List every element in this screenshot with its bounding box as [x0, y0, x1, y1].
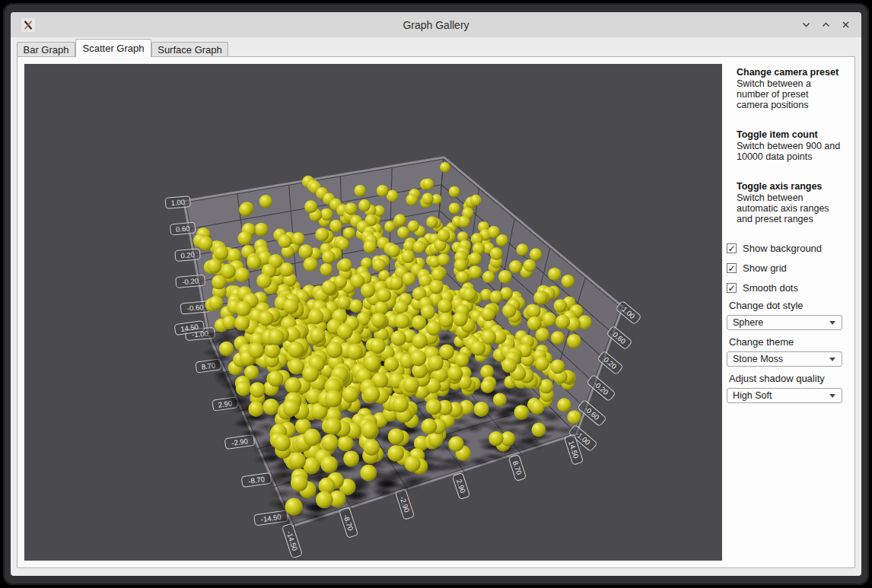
- dot-style-value: Sphere: [733, 317, 829, 328]
- checkbox-label: Smooth dots: [743, 282, 798, 294]
- svg-text:-0.20: -0.20: [182, 276, 199, 286]
- checkbox-show-grid[interactable]: ✓ Show grid: [727, 262, 787, 274]
- section-desc: and preset ranges: [737, 214, 813, 224]
- section-heading-axis-ranges: Toggle axis ranges: [737, 181, 822, 192]
- window-title: Graph Gallery: [11, 19, 861, 31]
- section-desc: 10000 data points: [737, 151, 812, 162]
- maximize-button[interactable]: [819, 18, 832, 32]
- chevron-up-icon: [820, 19, 832, 30]
- theme-select[interactable]: Stone Moss: [727, 351, 842, 367]
- svg-text:0.20: 0.20: [180, 250, 195, 260]
- shadow-quality-label: Adjust shadow quality: [729, 373, 825, 384]
- dropdown-arrow-icon: [829, 358, 835, 361]
- dropdown-arrow-icon: [829, 321, 835, 325]
- section-desc: number of preset: [737, 89, 809, 100]
- section-heading-item-count: Toggle item count: [737, 129, 818, 140]
- checkbox-smooth-dots[interactable]: ✓ Smooth dots: [727, 282, 798, 294]
- dot-style-select[interactable]: Sphere: [727, 315, 842, 330]
- svg-text:-0.60: -0.60: [186, 303, 204, 313]
- checkbox-label: Show background: [743, 243, 822, 254]
- tab-pane: 1.000.600.20-0.20-0.60-1.001.000.600.20-…: [17, 56, 855, 568]
- section-desc: automatic axis ranges: [737, 203, 829, 214]
- dot-style-label: Change dot style: [729, 300, 804, 311]
- settings-panel: Change camera preset Switch between a nu…: [722, 57, 854, 567]
- tab-bar-graph[interactable]: Bar Graph: [17, 42, 75, 57]
- screen: Graph Gallery Bar Graph Scatter Gra: [0, 0, 872, 588]
- section-desc: Switch between a: [737, 78, 811, 89]
- section-desc: camera positions: [737, 100, 809, 110]
- theme-value: Stone Moss: [733, 354, 829, 364]
- section-desc: Switch between: [737, 192, 804, 203]
- minimize-button[interactable]: [799, 18, 813, 32]
- checkbox-checked-icon[interactable]: ✓: [727, 283, 737, 293]
- titlebar[interactable]: Graph Gallery: [11, 12, 861, 37]
- shadow-quality-select[interactable]: High Soft: [727, 388, 842, 403]
- tab-scatter-graph[interactable]: Scatter Graph: [75, 39, 151, 57]
- close-icon: [840, 19, 851, 30]
- shadow-quality-value: High Soft: [733, 390, 829, 401]
- checkbox-label: Show grid: [743, 262, 787, 274]
- theme-label: Change theme: [729, 336, 794, 348]
- checkbox-show-background[interactable]: ✓ Show background: [727, 243, 822, 254]
- checkbox-checked-icon[interactable]: ✓: [727, 263, 737, 273]
- scatter-3d-plot[interactable]: 1.000.600.20-0.20-0.60-1.001.000.600.20-…: [24, 64, 722, 561]
- window-content: Bar Graph Scatter Graph Surface Graph 1.…: [11, 37, 861, 576]
- section-heading-camera: Change camera preset: [737, 67, 839, 78]
- svg-text:1.00: 1.00: [170, 198, 185, 208]
- close-button[interactable]: [839, 18, 852, 32]
- tab-surface-graph[interactable]: Surface Graph: [151, 42, 228, 57]
- section-desc: Switch between 900 and: [737, 141, 840, 151]
- checkbox-checked-icon[interactable]: ✓: [727, 243, 737, 253]
- dropdown-arrow-icon: [829, 394, 835, 398]
- svg-text:0.60: 0.60: [176, 224, 190, 234]
- chevron-down-icon: [800, 19, 812, 30]
- window-controls: [799, 18, 852, 32]
